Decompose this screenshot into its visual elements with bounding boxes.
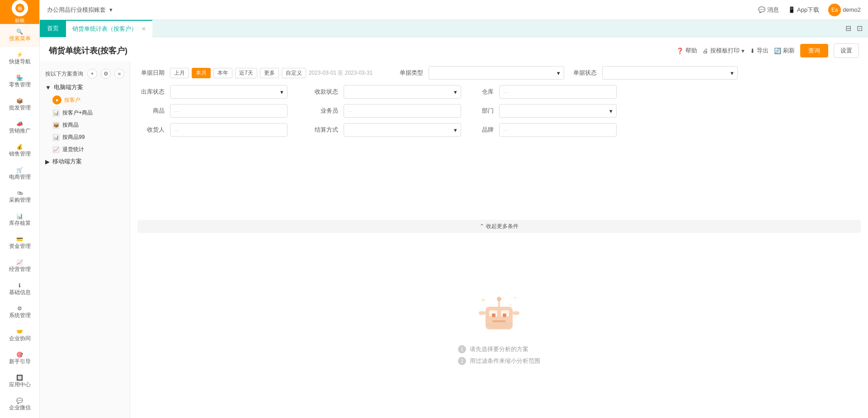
tabbar: 首页 销货单统计表（按客户） ✕ ⊟ ⊡ [40,20,868,37]
ecommerce-icon: 🛒 [16,167,23,173]
scheme-by-customer-label: 按客户 [64,96,80,104]
quicknav-icon: ⚡ [16,52,23,58]
app-download-button[interactable]: 📱 App下载 [788,6,819,14]
avatar: Ea [828,4,841,16]
export-button[interactable]: ⬇ 导出 [750,47,769,55]
sidebar-item-guide[interactable]: 🎯 新手引导 [0,347,39,370]
svg-rect-12 [513,311,519,315]
empty-state: 1 请先选择要分析的方案 2 用过滤条件来缩小分析范围 [130,233,868,418]
sidebar-item-member[interactable]: 👑 畅会员 [0,416,39,418]
user-name: demo2 [843,6,861,13]
collapse-icon: « [118,71,121,77]
collapse-bar[interactable]: ⌃ 收起更多条件 [137,220,861,233]
date-btn-this-month[interactable]: 本月 [192,68,211,78]
print-button[interactable]: 🖨 按模板打印 ▾ [703,47,745,55]
main-wrapper: 办公用品行业模拟账套 ▾ 💬 消息 📱 App下载 Ea demo2 首页 [40,0,868,418]
panel-actions: + ⚙ « [87,69,124,79]
settings-button[interactable]: 设置 [834,43,859,58]
salesperson-input[interactable]: ··· [344,104,461,118]
order-type-select[interactable]: ▾ [429,66,564,80]
date-btn-last-month[interactable]: 上月 [170,68,189,78]
recipient-input[interactable]: ··· [170,123,288,137]
sidebar-item-sales[interactable]: 💰 销售管理 [0,139,39,162]
out-status-label: 出库状态 [137,88,165,96]
tree-section-mobile[interactable]: ▶ 移动端方案 [40,156,130,167]
scheme-by-customer-product[interactable]: 📊 按客户+商品 [52,107,130,119]
product-label: 商品 [137,107,165,115]
order-type-chevron: ▾ [557,70,560,76]
scheme-by-customer[interactable]: ● 按客户 [52,93,130,107]
warehouse-input[interactable]: ··· [499,85,617,99]
recipient-more: ··· [174,127,179,133]
tab-maximize-button[interactable]: ⊡ [855,22,864,34]
tree-mobile-label: 移动端方案 [52,157,82,166]
refresh-icon: 🔄 [774,48,781,54]
dropdown-icon[interactable]: ▾ [109,6,113,13]
sidebar-item-retail[interactable]: 🏪 零售管理 [0,70,39,93]
sidebar-item-inventory[interactable]: 📊 库存核算 [0,209,39,232]
department-select[interactable]: ▾ [499,104,617,118]
order-status-chevron: ▾ [731,70,734,76]
svg-rect-3 [486,307,513,329]
sidebar-item-appcenter[interactable]: 🔲 应用中心 [0,370,39,393]
filter-area: 单据日期 上月 本月 本年 近7天 更多 自定义 2023-03-01 至 20… [130,62,868,220]
payment-status-select[interactable]: ▾ [344,85,461,99]
filter-row-recipient: 收货人 ··· 结算方式 ▾ 品牌 ··· [137,123,861,137]
help-label: 帮助 [685,47,697,55]
sidebar-item-system[interactable]: ⚙ 系统管理 [0,301,39,324]
brand-input[interactable]: ··· [499,123,617,137]
tab-sales-stat[interactable]: 销货单统计表（按客户） ✕ [66,20,152,37]
date-btn-this-year[interactable]: 本年 [213,68,232,78]
query-button[interactable]: 查询 [800,44,828,57]
date-btn-more[interactable]: 更多 [260,68,279,78]
collapse-panel-button[interactable]: « [114,69,124,79]
user-profile[interactable]: Ea demo2 [828,4,861,16]
tree-section-pc[interactable]: ▼ 电脑端方案 [40,81,130,93]
collapse-up-icon: ⌃ [480,223,484,229]
scheme-by-product[interactable]: 📦 按商品 [52,119,130,131]
payment-method-select[interactable]: ▾ [344,123,461,137]
date-btn-custom[interactable]: 自定义 [282,68,306,78]
finance-label: 资金管理 [9,242,31,250]
sidebar-item-quicknav[interactable]: ⚡ 快捷导航 [0,47,39,70]
tab-home[interactable]: 首页 [40,20,66,37]
scheme-by-customer-product-label: 按客户+商品 [62,109,93,117]
out-status-select[interactable]: ▾ [170,85,288,99]
sidebar-item-enterprise-wechat[interactable]: 💬 企业微信 [0,393,39,416]
search-icon: 🔍 [16,28,23,35]
hint-text-1: 请先选择要分析的方案 [470,345,528,353]
sidebar-item-ecommerce[interactable]: 🛒 电商管理 [0,162,39,185]
settings-scheme-button[interactable]: ⚙ [101,69,111,79]
sidebar-item-purchase[interactable]: 🛍 采购管理 [0,185,39,209]
help-button[interactable]: ❓ 帮助 [676,47,697,55]
chart-icon2: 📊 [52,134,60,141]
sidebar-item-marketing[interactable]: 📣 营销推广 [0,116,39,139]
ecommerce-label: 电商管理 [9,173,31,181]
refresh-button[interactable]: 🔄 刷新 [774,47,795,55]
scheme-by-product99[interactable]: 📊 按商品99 [52,131,130,143]
app-logo: 畅 标账 [0,0,40,24]
product-input[interactable]: ··· [170,104,288,118]
message-button[interactable]: 💬 消息 [758,6,779,14]
tab-close-icon[interactable]: ✕ [142,26,146,32]
sidebar-item-operation[interactable]: 📈 经营管理 [0,255,39,278]
active-scheme-indicator: ● [52,95,61,104]
department-label: 部门 [467,107,494,115]
basic-icon: ℹ [19,282,21,289]
add-scheme-button[interactable]: + [87,69,97,79]
sidebar-item-wholesale[interactable]: 📦 批发管理 [0,93,39,116]
print-dropdown-icon: ▾ [741,48,745,54]
sidebar-item-finance[interactable]: 💳 资金管理 [0,232,39,255]
sidebar-item-cooperation[interactable]: 🤝 企业协同 [0,324,39,347]
payment-method-label: 结算方式 [311,126,338,134]
sidebar-item-search[interactable]: 🔍 搜索菜单 [0,24,39,47]
retail-icon: 🏪 [16,75,23,81]
order-status-select[interactable]: ▾ [602,66,738,80]
date-btn-last7days[interactable]: 近7天 [235,68,257,78]
tab-minimize-button[interactable]: ⊟ [844,22,853,34]
sidebar-item-basic[interactable]: ℹ 基础信息 [0,278,39,301]
scheme-by-product-label: 按商品 [62,121,79,129]
scheme-return-stat[interactable]: 📈 退货统计 [52,143,130,156]
help-icon: ❓ [676,48,684,54]
search-label: 搜索菜单 [9,35,31,43]
